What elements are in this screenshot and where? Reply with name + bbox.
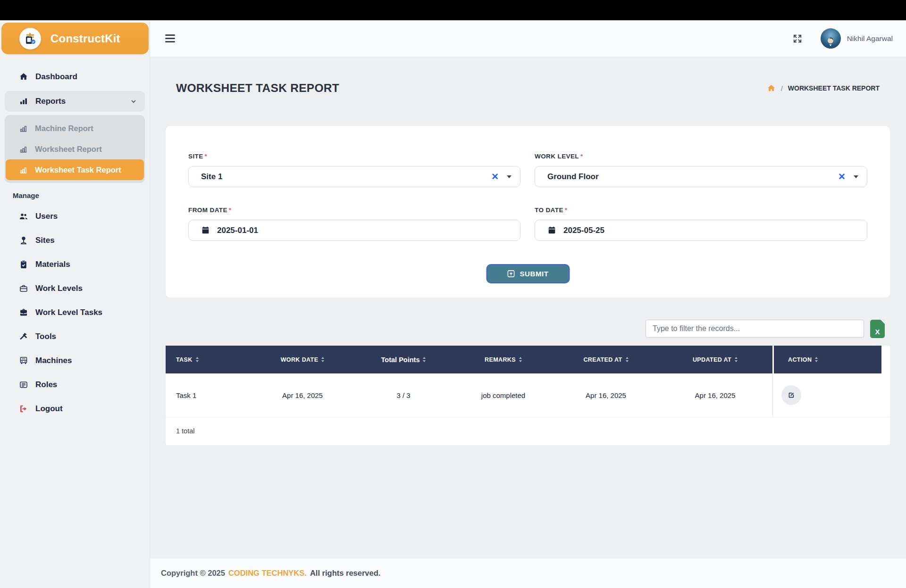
column-header-action[interactable]: ACTION	[774, 346, 881, 373]
main-content: WORKSHEET TASK REPORT / WORKSHEET TASK R…	[150, 57, 906, 588]
sidebar-item-reports[interactable]: Reports	[5, 91, 145, 112]
sidebar-item-materials[interactable]: Materials	[0, 257, 150, 272]
sidebar-item-label: Sites	[35, 236, 55, 245]
sidebar-item-worksheet-report[interactable]: Worksheet Report	[5, 139, 145, 159]
export-excel-button[interactable]: X	[870, 320, 885, 338]
sidebar-item-roles[interactable]: Roles	[0, 378, 150, 392]
caret-down-icon[interactable]	[854, 175, 858, 178]
cell-created-at: Apr 16, 2025	[554, 391, 658, 399]
site-selected-value: Site 1	[201, 172, 222, 182]
table-toolbar: X	[646, 320, 885, 338]
sidebar-item-machine-report[interactable]: Machine Report	[5, 118, 145, 139]
sidebar-section-manage: Manage	[13, 191, 150, 199]
column-header-updated-at[interactable]: UPDATED AT	[658, 356, 772, 363]
submit-button[interactable]: SUBMIT	[486, 264, 570, 283]
app-logo[interactable]: ConstructKit	[1, 23, 149, 54]
breadcrumb: / WORKSHEET TASK REPORT	[767, 84, 880, 93]
from-date-value: 2025-01-01	[217, 226, 258, 235]
site-select[interactable]: Site 1 ✕	[188, 166, 520, 187]
hammer-icon	[19, 332, 28, 341]
fullscreen-icon[interactable]	[792, 33, 803, 44]
sidebar-item-label: Users	[35, 212, 58, 221]
sidebar-manage-list: Users Sites Materials Work Levels Work L…	[0, 209, 150, 416]
column-header-work-date[interactable]: WORK DATE	[251, 356, 354, 363]
clear-selection-icon[interactable]: ✕	[838, 172, 846, 181]
sidebar-item-label: Roles	[35, 380, 57, 389]
sort-icon	[735, 357, 738, 362]
sidebar-item-sites[interactable]: Sites	[0, 233, 150, 248]
table-total: 1 total	[166, 417, 890, 444]
sort-icon	[519, 357, 522, 362]
reports-submenu: Machine Report Worksheet Report Workshee…	[5, 115, 145, 183]
work-level-label: WORK LEVEL*	[535, 153, 867, 160]
sidebar-item-dashboard[interactable]: Dashboard	[0, 70, 150, 84]
browser-black-bar	[0, 0, 906, 20]
briefcase-outline-icon	[19, 284, 28, 293]
table-header-row: TASK WORK DATE Total Points REMARKS CREA…	[166, 346, 890, 373]
from-date-label: FROM DATE*	[188, 207, 520, 214]
page-head: WORKSHEET TASK REPORT / WORKSHEET TASK R…	[176, 82, 880, 95]
roles-list-icon	[19, 380, 28, 389]
site-label: SITE*	[188, 153, 520, 160]
sort-icon	[423, 357, 426, 362]
breadcrumb-separator: /	[781, 84, 783, 92]
filter-input[interactable]	[646, 320, 864, 338]
cell-updated-at: Apr 16, 2025	[658, 391, 772, 399]
footer-brand-link[interactable]: CODING TECHNYKS.	[228, 569, 307, 578]
users-icon	[19, 212, 28, 221]
calendar-icon	[201, 226, 210, 235]
calendar-icon	[547, 226, 556, 235]
work-level-select[interactable]: Ground Floor ✕	[535, 166, 867, 187]
top-header: Nikhil Agarwal	[150, 20, 906, 57]
site-field: SITE* Site 1 ✕	[188, 153, 520, 187]
sidebar-item-users[interactable]: Users	[0, 209, 150, 224]
report-filter-card: SITE* Site 1 ✕ WORK LEVEL* Ground Floor …	[166, 126, 890, 298]
cell-remarks: job completed	[453, 391, 554, 399]
sort-icon	[626, 357, 629, 362]
breadcrumb-home-icon[interactable]	[767, 84, 776, 93]
sidebar-item-tools[interactable]: Tools	[0, 330, 150, 344]
cell-task: Task 1	[166, 391, 251, 399]
bar-chart-icon	[19, 97, 28, 106]
clipboard-check-icon	[19, 260, 28, 269]
sidebar-item-work-level-tasks[interactable]: Work Level Tasks	[0, 306, 150, 320]
footer-rights: All rights reserved.	[310, 569, 380, 578]
machine-truck-icon	[19, 356, 28, 365]
user-name: Nikhil Agarwal	[847, 34, 893, 43]
column-header-total-points[interactable]: Total Points	[354, 356, 453, 364]
column-header-remarks[interactable]: REMARKS	[453, 356, 554, 363]
logout-icon	[19, 404, 28, 414]
work-level-selected-value: Ground Floor	[547, 172, 599, 182]
cell-work-date: Apr 16, 2025	[251, 391, 354, 399]
app-name: ConstructKit	[50, 32, 120, 45]
sort-icon	[196, 357, 199, 362]
to-date-value: 2025-05-25	[563, 226, 604, 235]
sidebar-toggle-button[interactable]	[165, 34, 175, 42]
cell-total-points: 3 / 3	[354, 391, 453, 399]
page-title: WORKSHEET TASK REPORT	[176, 82, 339, 95]
edit-row-button[interactable]	[781, 385, 801, 405]
column-header-created-at[interactable]: CREATED AT	[554, 356, 658, 363]
header-right: Nikhil Agarwal	[792, 28, 893, 49]
user-avatar[interactable]	[821, 28, 841, 49]
report-table-card: TASK WORK DATE Total Points REMARKS CREA…	[166, 346, 890, 445]
sidebar-item-label: Reports	[35, 97, 66, 106]
caret-down-icon[interactable]	[507, 175, 512, 178]
breadcrumb-current: WORKSHEET TASK REPORT	[788, 84, 880, 92]
to-date-input[interactable]: 2025-05-25	[535, 220, 867, 241]
submit-label: SUBMIT	[520, 270, 548, 278]
sidebar-item-label: Work Levels	[35, 284, 83, 293]
column-header-task[interactable]: TASK	[166, 356, 251, 363]
work-level-field: WORK LEVEL* Ground Floor ✕	[535, 153, 867, 187]
sidebar-item-label: Logout	[35, 404, 63, 414]
from-date-input[interactable]: 2025-01-01	[188, 220, 520, 241]
clear-selection-icon[interactable]: ✕	[491, 172, 499, 181]
required-asterisk: *	[229, 207, 232, 214]
sidebar-item-label: Work Level Tasks	[35, 308, 102, 317]
footer-copyright: Copyright © 2025	[161, 569, 225, 578]
sidebar-item-logout[interactable]: Logout	[0, 402, 150, 416]
sidebar-item-machines[interactable]: Machines	[0, 354, 150, 368]
sidebar-item-worksheet-task-report[interactable]: Worksheet Task Report	[6, 159, 144, 180]
sidebar-item-work-levels[interactable]: Work Levels	[0, 282, 150, 296]
required-asterisk: *	[580, 153, 583, 160]
